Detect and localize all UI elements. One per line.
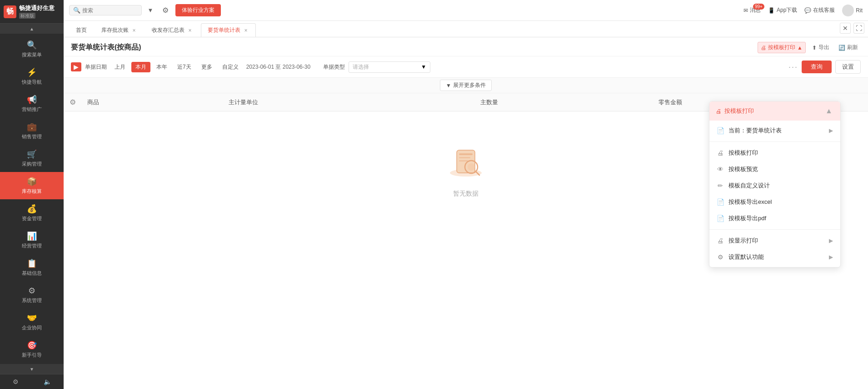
dropdown-item-template-custom[interactable]: ✏ 模板自定义设计 xyxy=(709,177,840,194)
tab-order-stats-close[interactable]: × xyxy=(243,27,249,34)
dropdown-title-text: 按模板打印 xyxy=(724,107,754,115)
tab-home-label: 首页 xyxy=(76,26,87,34)
display-print-icon: 🖨 xyxy=(717,237,724,244)
type-select-chevron: ▼ xyxy=(421,64,426,70)
system-icon: ⚙ xyxy=(28,286,35,296)
tab-order-stats[interactable]: 要货单统计表 × xyxy=(201,23,256,37)
template-preview-icon: 👁 xyxy=(717,166,724,173)
trial-button[interactable]: 体验行业方案 xyxy=(175,4,221,16)
settings-button[interactable]: 设置 xyxy=(835,60,861,74)
export-btn[interactable]: ⬆ 导出 xyxy=(809,42,832,53)
header-search-box[interactable]: 🔍 xyxy=(69,5,142,15)
sidebar-item-basic-label: 基础信息 xyxy=(22,270,42,277)
sidebar-item-search[interactable]: 🔍 搜索菜单 xyxy=(0,35,64,63)
date-btn-current-month[interactable]: 本月 xyxy=(131,62,150,72)
current-item-icon: 📄 xyxy=(717,127,724,134)
export-pdf-label: 按模板导出pdf xyxy=(728,214,766,222)
online-support-btn[interactable]: 💬 在线客服 xyxy=(804,6,835,14)
filter-toggle-icon[interactable]: ▶ xyxy=(71,62,81,71)
svg-point-7 xyxy=(468,163,475,171)
tab-receipt-summary-close[interactable]: × xyxy=(187,27,193,34)
message-btn[interactable]: ✉ 消息 99+ xyxy=(743,6,761,14)
dropdown-item-template-preview[interactable]: 👁 按模板预览 xyxy=(709,161,840,177)
print-icon: 🖨 xyxy=(761,45,766,51)
dropdown-item-export-pdf[interactable]: 📄 按模板导出pdf xyxy=(709,210,840,227)
date-range-display: 2023-06-01 至 2023-06-30 xyxy=(246,63,310,71)
svg-rect-2 xyxy=(459,153,473,155)
sidebar-item-sales[interactable]: 💼 销售管理 xyxy=(0,117,64,145)
user-area[interactable]: Rit xyxy=(842,5,863,16)
edition-badge: 标准版 xyxy=(19,13,35,19)
table-setting-icon[interactable]: ⚙ xyxy=(70,98,76,106)
set-default-icon: ⚙ xyxy=(717,253,724,261)
main-area: 🔍 ▼ ⚙ 体验行业方案 ✉ 消息 99+ 📱 App下载 💬 在线客服 Rit xyxy=(64,0,868,389)
print-template-btn[interactable]: 🖨 按模板打印 ▲ xyxy=(758,42,806,53)
date-filter-label: 单据日期 xyxy=(85,63,107,71)
expand-more-btn[interactable]: ▼ 展开更多条件 xyxy=(440,80,492,91)
refresh-btn[interactable]: 🔄 刷新 xyxy=(836,42,861,53)
dropdown-print-icon: 🖨 xyxy=(716,108,722,115)
sidebar-item-finance-label: 资金管理 xyxy=(22,215,42,222)
date-btn-last7[interactable]: 近7天 xyxy=(173,62,195,72)
dropdown-item-display-print[interactable]: 🖨 按显示打印 ▶ xyxy=(709,232,840,249)
newbie-icon: 🎯 xyxy=(27,340,37,350)
search-input[interactable] xyxy=(82,7,128,14)
sound-icon[interactable]: 🔈 xyxy=(44,378,51,385)
sidebar-item-collab[interactable]: 🤝 企业协同 xyxy=(0,308,64,336)
operations-icon: 📊 xyxy=(27,231,37,241)
date-btn-custom[interactable]: 自定义 xyxy=(218,62,243,72)
tab-order-stats-label: 要货单统计表 xyxy=(208,26,240,34)
dropdown-item-export-excel[interactable]: 📄 按模板导出excel xyxy=(709,194,840,210)
dropdown-item-template-print[interactable]: 🖨 按模板打印 xyxy=(709,145,840,161)
download-icon: 📱 xyxy=(768,7,775,14)
sidebar-item-shortcut[interactable]: ⚡ 快捷导航 xyxy=(0,63,64,90)
expand-label: 展开更多条件 xyxy=(453,81,486,89)
date-btn-current-year[interactable]: 本年 xyxy=(152,62,171,72)
sidebar-item-purchase[interactable]: 🛒 采购管理 xyxy=(0,145,64,172)
divider-1 xyxy=(709,141,840,142)
dropdown-close-btn[interactable]: ▲ xyxy=(824,106,834,116)
current-item-arrow: ▶ xyxy=(829,127,833,134)
tab-receipt-summary[interactable]: 收发存汇总表 × xyxy=(145,23,200,37)
set-default-label: 设置默认功能 xyxy=(728,253,764,261)
tab-inventory-batch-close[interactable]: × xyxy=(131,27,137,34)
sidebar-item-marketing[interactable]: 📢 营销推广 xyxy=(0,90,64,117)
settings-bottom-icon[interactable]: ⚙ xyxy=(13,378,19,385)
sidebar-item-newbie[interactable]: 🎯 新手引导 xyxy=(0,336,64,363)
dropdown-section-1: 📄 当前：要货单统计表 ▶ xyxy=(709,121,840,141)
sidebar-scroll-up[interactable]: ▲ xyxy=(0,24,64,34)
date-btn-prev-month[interactable]: 上月 xyxy=(110,62,130,72)
tab-expand-btn[interactable]: ⛶ xyxy=(853,23,864,34)
header-gear-icon[interactable]: ⚙ xyxy=(159,4,172,17)
message-icon: ✉ xyxy=(743,7,748,14)
tab-home[interactable]: 首页 xyxy=(69,23,94,37)
type-filter-label: 单据类型 xyxy=(323,63,345,71)
page-actions: 🖨 按模板打印 ▲ ⬆ 导出 🔄 刷新 xyxy=(758,42,861,53)
sidebar-bottom: ⚙ 🔈 xyxy=(0,374,64,389)
dropdown-header: 🖨 按模板打印 ▲ xyxy=(709,101,840,121)
print-template-dropdown: 🖨 按模板打印 ▲ 📄 当前：要货单统计表 ▶ 🖨 按模板打印 xyxy=(709,101,841,268)
date-options: 上月 本月 本年 近7天 更多 自定义 xyxy=(110,62,243,72)
dropdown-item-set-default[interactable]: ⚙ 设置默认功能 ▶ xyxy=(709,249,840,265)
expand-bar: ▼ 展开更多条件 xyxy=(64,78,868,93)
tab-close-all-btn[interactable]: ✕ xyxy=(840,23,851,34)
tab-inventory-batch[interactable]: 库存批次账 × xyxy=(95,23,144,37)
sidebar-item-system[interactable]: ⚙ 系统管理 xyxy=(0,281,64,308)
type-select-value: 请选择 xyxy=(353,63,369,71)
filter-expand-icon[interactable]: ▶ xyxy=(71,62,81,71)
sidebar-item-operations[interactable]: 📊 经营管理 xyxy=(0,227,64,254)
sidebar-item-basic[interactable]: 📋 基础信息 xyxy=(0,254,64,281)
sidebar-scroll-down[interactable]: ▼ xyxy=(0,364,64,374)
dropdown-item-current[interactable]: 📄 当前：要货单统计表 ▶ xyxy=(709,122,840,139)
sidebar-item-inventory[interactable]: 📦 库存核算 xyxy=(0,172,64,199)
type-filter-select[interactable]: 请选择 ▼ xyxy=(349,61,430,73)
date-btn-more[interactable]: 更多 xyxy=(197,62,216,72)
search-icon: 🔍 xyxy=(73,7,80,14)
app-download-btn[interactable]: 📱 App下载 xyxy=(768,6,797,14)
sidebar-item-inventory-label: 库存核算 xyxy=(22,188,42,195)
sidebar-item-marketing-label: 营销推广 xyxy=(22,106,42,113)
query-button[interactable]: 查询 xyxy=(802,61,832,73)
sidebar-item-finance[interactable]: 💰 资金管理 xyxy=(0,199,64,227)
search-dropdown-btn[interactable]: ▼ xyxy=(145,5,155,15)
more-dots-icon[interactable]: ··· xyxy=(788,62,798,72)
